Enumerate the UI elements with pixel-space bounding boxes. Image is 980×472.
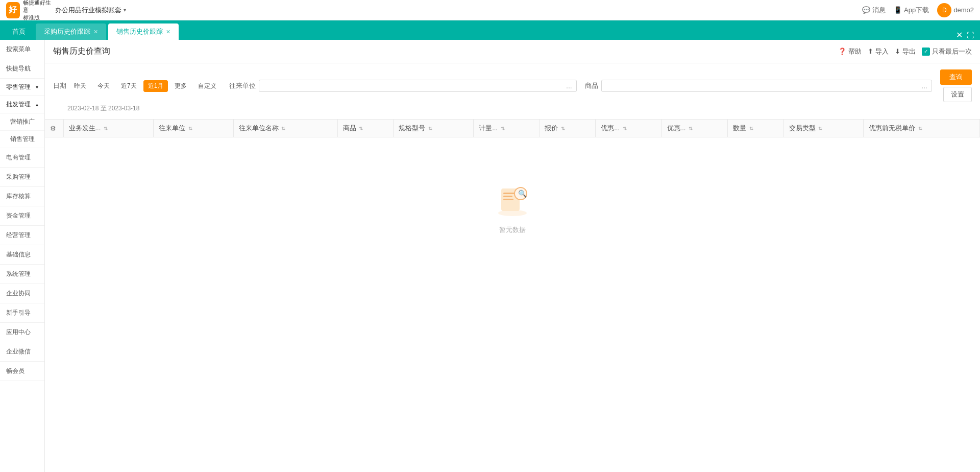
sidebar-item-basic-info[interactable]: 基础信息 [0,245,44,265]
top-bar-right: 💬 消息 📱 App下载 D demo2 [862,3,974,17]
tab-close-all-icon[interactable]: ✕ [956,30,963,40]
help-icon: ❓ [838,48,846,55]
svg-rect-3 [503,196,512,197]
top-bar-left: 好 畅捷通好生意 标准版 办公用品行业模拟账套 ▾ [6,0,126,21]
sidebar: 搜索菜单 快捷导航 零售管理 ▾ 批发管理 ▴ 营销推广 销售管理 电商管理 采… [0,40,45,472]
th-unit[interactable]: 计量... ⇅ [474,120,540,137]
sidebar-item-ecommerce[interactable]: 电商管理 [0,148,44,168]
filter-row: 日期 昨天 今天 近7天 近1月 更多 自定义 往来单位 [53,69,972,102]
sort-icon-quantity: ⇅ [749,126,753,131]
sidebar-item-sales-manage[interactable]: 销售管理 [0,131,44,148]
date-btn-custom[interactable]: 自定义 [193,80,221,92]
tab-home[interactable]: 首页 [4,23,34,40]
tab-purchase-close-icon[interactable]: ✕ [93,29,98,35]
avatar: D [937,3,951,17]
query-button[interactable]: 查询 [940,69,972,85]
sidebar-item-search[interactable]: 搜索菜单 [0,40,44,59]
tab-sales-history[interactable]: 销售历史价跟踪 ✕ [108,23,179,40]
help-button[interactable]: ❓ 帮助 [838,47,862,56]
th-biz-date[interactable]: 业务发生... ⇅ [63,120,153,137]
sidebar-item-system[interactable]: 系统管理 [0,265,44,284]
sort-icon-product: ⇅ [359,126,363,131]
filter-date: 日期 昨天 今天 近7天 近1月 更多 自定义 [53,80,221,92]
sort-icon-discount1: ⇅ [623,126,627,131]
date-range-text: 2023-02-18 至 2023-03-18 [67,105,139,112]
only-last-checkbox-area[interactable]: ✓ 只看最后一次 [922,47,972,56]
app-title-dropdown-icon: ▾ [124,7,126,13]
settings-button[interactable]: 设置 [943,87,972,102]
page-actions: ❓ 帮助 ⬆ 导入 ⬇ 导出 ✓ 只看最后一次 [838,47,972,56]
mobile-icon: 📱 [894,6,902,14]
date-btn-7days[interactable]: 近7天 [116,80,141,92]
sidebar-item-newbie[interactable]: 新手引导 [0,303,44,323]
message-icon: 💬 [862,6,870,14]
product-label: 商品 [585,81,598,90]
logo-area: 好 畅捷通好生意 标准版 [6,0,51,21]
export-button[interactable]: ⬇ 导出 [895,47,916,56]
sidebar-item-quicknav[interactable]: 快捷导航 [0,59,44,79]
retail-expand-icon: ▾ [36,84,38,90]
th-discount1[interactable]: 优惠... ⇅ [596,120,662,137]
th-spec[interactable]: 规格型号 ⇅ [394,120,474,137]
th-trade-type[interactable]: 交易类型 ⇅ [783,120,864,137]
sort-icon-unit-name: ⇅ [281,126,285,131]
sidebar-item-finance[interactable]: 资金管理 [0,206,44,226]
tab-expand-icon[interactable]: ⛶ [967,31,974,39]
th-pretax-price[interactable]: 优惠前无税单价 ⇅ [864,120,980,137]
sort-icon-spec: ⇅ [428,126,432,131]
th-product[interactable]: 商品 ⇅ [337,120,394,137]
app-download-button[interactable]: 📱 App下载 [894,6,929,15]
th-unit-code[interactable]: 往来单位 ⇅ [153,120,233,137]
th-unit-name[interactable]: 往来单位名称 ⇅ [233,120,337,137]
sidebar-item-enterprise[interactable]: 企业协同 [0,284,44,303]
sort-icon-discount2: ⇅ [689,126,693,131]
app-title[interactable]: 办公用品行业模拟账套 ▾ [55,6,126,15]
svg-rect-2 [503,193,516,194]
from-unit-picker-icon[interactable]: ... [566,82,572,90]
tab-purchase-history[interactable]: 采购历史价跟踪 ✕ [36,23,106,40]
th-quantity[interactable]: 数量 ⇅ [727,120,783,137]
from-unit-input-area[interactable]: ... [259,80,576,92]
th-price[interactable]: 报价 ⇅ [540,120,596,137]
product-input-area[interactable]: ... [601,80,932,92]
sort-icon-unit-code: ⇅ [188,126,192,131]
sidebar-item-app-center[interactable]: 应用中心 [0,323,44,342]
sidebar-item-inventory[interactable]: 库存核算 [0,187,44,206]
top-bar: 好 畅捷通好生意 标准版 办公用品行业模拟账套 ▾ 💬 消息 📱 App下载 D… [0,0,980,20]
tab-bar-actions: ✕ ⛶ [956,30,980,40]
sort-icon-price: ⇅ [561,126,565,131]
filter-area: 日期 昨天 今天 近7天 近1月 更多 自定义 往来单位 [45,63,980,120]
sidebar-item-wechat[interactable]: 企业微信 [0,342,44,362]
product-input[interactable] [606,82,922,90]
user-area[interactable]: D demo2 [937,3,974,17]
from-unit-input[interactable] [263,82,566,90]
sidebar-item-operations[interactable]: 经营管理 [0,226,44,245]
sidebar-item-purchase[interactable]: 采购管理 [0,168,44,187]
date-label: 日期 [53,81,66,90]
sidebar-section-wholesale[interactable]: 批发管理 ▴ [0,96,44,113]
export-icon: ⬇ [895,48,900,55]
message-button[interactable]: 💬 消息 [862,6,886,15]
date-btn-today[interactable]: 今天 [93,80,114,92]
sidebar-section-retail[interactable]: 零售管理 ▾ [0,79,44,96]
th-discount2[interactable]: 优惠... ⇅ [662,120,727,137]
import-button[interactable]: ⬆ 导入 [868,47,889,56]
sort-icon-pretax-price: ⇅ [918,126,922,131]
sidebar-item-vip[interactable]: 畅会员 [0,362,44,381]
import-icon: ⬆ [868,48,873,55]
th-settings[interactable]: ⚙ [45,120,63,137]
date-btn-more[interactable]: 更多 [170,80,191,92]
svg-text:🔍: 🔍 [518,190,527,198]
product-picker-icon[interactable]: ... [921,82,927,90]
table-header-row: ⚙ 业务发生... ⇅ 往来单位 ⇅ 往来单位名称 ⇅ [45,120,980,137]
sidebar-item-marketing[interactable]: 营销推广 [0,113,44,131]
date-btn-1month[interactable]: 近1月 [143,80,168,92]
filter-product: 商品 ... [585,80,932,92]
data-table: ⚙ 业务发生... ⇅ 往来单位 ⇅ 往来单位名称 ⇅ [45,120,980,137]
tab-sales-close-icon[interactable]: ✕ [166,29,170,35]
from-unit-label: 往来单位 [229,81,256,90]
sort-icon-trade-type: ⇅ [818,126,822,131]
only-last-checkbox[interactable]: ✓ [922,48,930,56]
table-header: ⚙ 业务发生... ⇅ 往来单位 ⇅ 往来单位名称 ⇅ [45,120,980,137]
date-btn-yesterday[interactable]: 昨天 [69,80,91,92]
